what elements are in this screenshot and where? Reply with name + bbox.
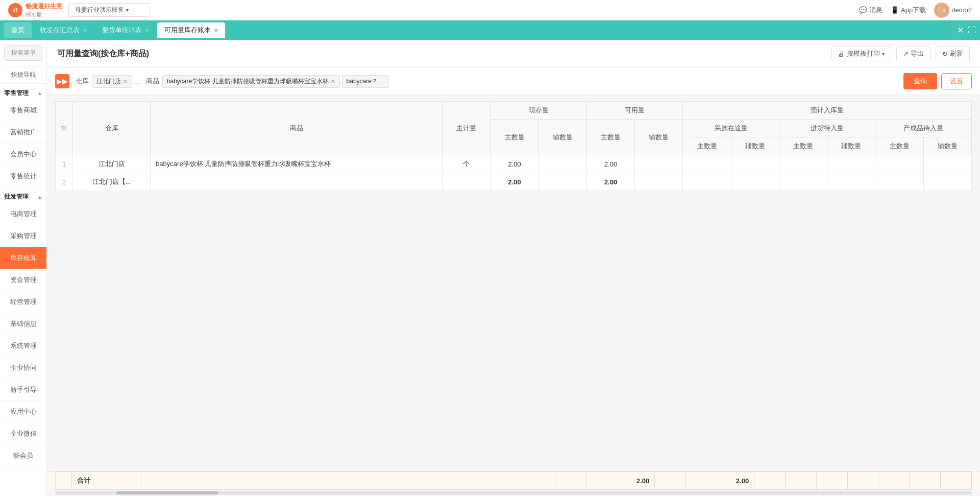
col-available-aux-header: 辅数量 <box>635 120 683 155</box>
row-1-ip-aux <box>827 155 875 173</box>
username: demo2 <box>951 6 972 14</box>
search-menu-btn[interactable]: 搜索菜单 <box>4 45 42 61</box>
sidebar-item-app-center[interactable]: 应用中心 <box>0 401 46 423</box>
col-available-main-header: 主数量 <box>586 120 634 155</box>
footer-available-aux <box>754 472 786 490</box>
footer-table: 合计 2.00 2.00 <box>55 471 972 490</box>
sidebar-item-retail-stats[interactable]: 零售统计 <box>0 166 46 187</box>
tab-receive-send-close[interactable]: ✕ <box>83 28 87 33</box>
sidebar-group-wholesale[interactable]: 批发管理 ▲ <box>0 187 46 203</box>
finance-label: 资金管理 <box>10 275 37 285</box>
sidebar-quick-nav[interactable]: 快捷导航 <box>0 66 46 84</box>
close-window-icon[interactable]: ✕ <box>957 26 964 35</box>
warehouse-filter-label: 仓库 <box>76 77 89 86</box>
row-1-current-aux <box>538 155 586 173</box>
row-2-pt-main <box>683 173 731 191</box>
refresh-icon: ↻ <box>942 50 948 58</box>
tab-available-stock-close[interactable]: ✕ <box>214 28 218 33</box>
warehouse-tag-jiangbei: 江北门店 ✕ <box>92 75 132 88</box>
wechat-label: 企业微信 <box>10 429 37 438</box>
sidebar-item-inventory[interactable]: 库存核算 <box>0 247 46 269</box>
purchase-label: 采购管理 <box>10 231 37 241</box>
query-btn[interactable]: 查询 <box>903 73 937 89</box>
row-1-available-aux <box>635 155 683 173</box>
warehouse-tag-close[interactable]: ✕ <box>123 78 128 85</box>
filter-expand-btn[interactable]: ▶▶ <box>55 74 69 88</box>
maximize-icon[interactable]: ⛶ <box>968 26 976 35</box>
product-tag-close[interactable]: ✕ <box>331 78 335 85</box>
sidebar-item-system[interactable]: 系统管理 <box>0 335 46 357</box>
sidebar-item-member[interactable]: 会员中心 <box>0 144 46 166</box>
tab-available-stock-label: 可用量库存账本 <box>164 26 211 35</box>
export-btn[interactable]: ↗ 导出 <box>896 46 930 61</box>
tab-order-stats[interactable]: 要货单统计表 ✕ <box>95 22 156 38</box>
sidebar-search-area: 搜索菜单 <box>0 40 46 66</box>
nav-tabs: 首页 收发存汇总表 ✕ 要货单统计表 ✕ 可用量库存账本 ✕ ✕ ⛶ <box>0 20 980 40</box>
logo-area: 好 畅捷通好生意 标准版 <box>8 2 62 18</box>
app-label: App下载 <box>901 6 926 15</box>
print-icon: 🖨 <box>838 50 845 58</box>
system-label: 系统管理 <box>10 341 37 350</box>
scroll-thumb[interactable] <box>116 491 218 494</box>
col-current-aux-header: 辅数量 <box>538 120 586 155</box>
row-1-current-main: 2.00 <box>491 155 538 173</box>
print-btn[interactable]: 🖨 按模板打印 ▾ <box>831 46 891 61</box>
col-fp-aux-header: 辅数量 <box>923 137 971 155</box>
content-area: 可用量查询(按仓库+商品) 🖨 按模板打印 ▾ ↗ 导出 ↻ 刷新 ▶▶ <box>47 40 980 496</box>
warehouse-filter-more[interactable]: ... <box>134 78 140 85</box>
message-icon: 💬 <box>859 6 867 14</box>
sidebar-item-enterprise[interactable]: 企业协同 <box>0 357 46 379</box>
retail-mall-label: 零售商城 <box>10 106 37 115</box>
sidebar-item-wechat[interactable]: 企业微信 <box>0 423 46 445</box>
tab-receive-send[interactable]: 收发存汇总表 ✕ <box>33 22 94 38</box>
sidebar-item-operations[interactable]: 经营管理 <box>0 291 46 313</box>
sidebar-item-retail-mall[interactable]: 零售商城 <box>0 100 46 122</box>
top-bar: 好 畅捷通好生意 标准版 母婴行业演示账套 ▾ 💬 消息 📱 App下载 Ea … <box>0 0 980 20</box>
sidebar-group-retail[interactable]: 零售管理 ▲ <box>0 84 46 100</box>
sidebar-item-finance[interactable]: 资金管理 <box>0 269 46 291</box>
message-label: 消息 <box>869 6 883 15</box>
sidebar-group-retail-arrow: ▲ <box>37 90 42 96</box>
scroll-area[interactable] <box>47 490 980 496</box>
message-btn[interactable]: 💬 消息 <box>859 6 883 15</box>
footer-available-main: 2.00 <box>686 472 754 490</box>
footer-product-cell <box>141 472 555 490</box>
sidebar-item-marketing[interactable]: 营销推广 <box>0 122 46 144</box>
member-service-label: 畅会员 <box>13 451 33 460</box>
sidebar-item-purchase[interactable]: 采购管理 <box>0 225 46 247</box>
product-tag-label: babycare学饮杯 儿童防摔防撞吸管杯重力球吸嘴杯宝宝水杯 <box>167 77 329 86</box>
row-1-fp-main <box>875 155 923 173</box>
tab-home[interactable]: 首页 <box>4 22 32 38</box>
col-ip-aux-header: 辅数量 <box>827 137 875 155</box>
top-bar-right: 💬 消息 📱 App下载 Ea demo2 <box>859 3 972 18</box>
warehouse-tags: 江北门店 ✕ ... <box>92 75 140 88</box>
industry-selector[interactable]: 母婴行业演示账套 ▾ <box>68 3 150 17</box>
row-1-ip-main <box>779 155 827 173</box>
sidebar-item-ecommerce[interactable]: 电商管理 <box>0 203 46 225</box>
user-area[interactable]: Ea demo2 <box>934 3 972 18</box>
footer-row: 合计 2.00 2.00 <box>56 472 972 490</box>
filter-settings-btn[interactable]: 设置 <box>941 73 972 89</box>
refresh-label: 刷新 <box>950 49 963 58</box>
row-2-unit <box>443 173 491 191</box>
logo-icon: 好 <box>8 3 22 17</box>
enterprise-label: 企业协同 <box>10 363 37 372</box>
col-available-header: 可用量 <box>586 102 683 120</box>
sidebar-item-member-service[interactable]: 畅会员 <box>0 445 46 467</box>
footer-current-main: 2.00 <box>586 472 655 490</box>
filter-area: ▶▶ 仓库 江北门店 ✕ ... 商品 babycare学饮杯 儿童防摔防撞吸管… <box>47 68 980 95</box>
sidebar-item-basic-info[interactable]: 基础信息 <box>0 313 46 335</box>
col-settings-header[interactable]: ⚙ <box>56 102 73 155</box>
app-download-btn[interactable]: 📱 App下载 <box>891 6 926 15</box>
refresh-btn[interactable]: ↻ 刷新 <box>936 46 970 61</box>
col-ip-main-header: 主数量 <box>779 137 827 155</box>
sidebar-item-new-guide[interactable]: 新手引导 <box>0 379 46 401</box>
table-settings-icon[interactable]: ⚙ <box>61 124 67 132</box>
col-current-main-header: 主数量 <box>491 120 538 155</box>
top-bar-left: 好 畅捷通好生意 标准版 母婴行业演示账套 ▾ <box>8 2 150 18</box>
col-inbound-pending-header: 进货待入量 <box>779 120 875 137</box>
tab-available-stock[interactable]: 可用量库存账本 ✕ <box>157 22 225 38</box>
row-1-available-main: 2.00 <box>586 155 634 173</box>
tab-order-stats-close[interactable]: ✕ <box>145 28 149 33</box>
product-tag2-close[interactable]: ... <box>380 78 384 84</box>
